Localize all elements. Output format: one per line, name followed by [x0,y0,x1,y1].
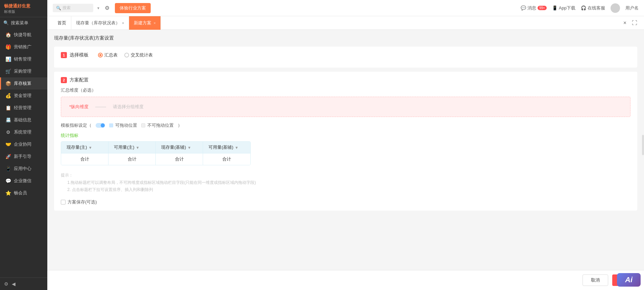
gear-icon: ⚙ [5,129,11,135]
stats-label: 统计指标 [61,132,630,139]
step1-card: 1 选择模板 汇总表 交叉统计表 [54,47,637,68]
topbar: 🔍 搜索 ▾ ⚙ 体验行业方案 💬 消息 99+ 📱 App下载 🎧 在线客服 [47,0,644,16]
sidebar-item-label: 应用中心 [14,166,31,172]
col-available-main[interactable]: 可用量(主) ▾ [108,142,156,153]
col-current-aux[interactable]: 现存量(基辅) ▾ [156,142,203,153]
sidebar-bottom: ⚙ ◀ [0,277,47,290]
box-icon: 📦 [5,80,11,87]
indicator-settings-label: 模板指标设定（ [61,122,92,128]
cart-icon: 🛒 [5,68,11,74]
col-available-aux[interactable]: 可用量(基辅) ▾ [203,142,250,153]
sidebar-item-sales[interactable]: 📊 销售管理 [0,53,47,65]
sidebar-item-system[interactable]: ⚙ 系统管理 [0,126,47,138]
tip-item-1: 1.拖动标题栏可以调整布局，不可跨维度或指标区域拖动栏目字段(只能在同一维度或指… [61,179,630,187]
col-available-main-dropdown-icon[interactable]: ▾ [137,145,139,150]
sidebar-item-label: 新手引导 [14,153,31,160]
sidebar-item-label: 采购管理 [14,68,31,74]
clipboard-icon: 📋 [5,105,11,111]
sidebar-item-quick-nav[interactable]: 🏠 快捷导航 [0,29,47,41]
save-label: 方案保存(可选) [68,199,97,205]
col-available-aux-dropdown-icon[interactable]: ▾ [236,145,238,150]
sidebar-search[interactable]: 🔍 搜索菜单 [0,17,47,29]
indicator-toggle[interactable] [96,123,105,128]
tab-new-scheme-label: 新建方案 [134,20,151,26]
sidebar-item-label: 畅会员 [14,190,27,196]
sidebar-item-label: 资金管理 [14,93,31,99]
sidebar-item-new-guide[interactable]: 🚀 新手引导 [0,150,47,163]
sidebar-item-label: 企业协同 [14,141,31,147]
col-current-main[interactable]: 现存量(主) ▾ [61,142,108,153]
step1-title: 选择模板 [70,52,89,58]
message-icon: 💬 [521,5,526,10]
non-draggable-legend-box [141,123,145,127]
avatar[interactable] [611,3,620,13]
stats-table: 现存量(主) ▾ 可用量(主) ▾ 现存量(基辅) ▾ 可用量(基辅) ▾ [61,141,251,165]
tab-maximize-btn[interactable]: ⛶ [630,19,639,27]
draggable-legend-box [109,123,113,127]
dimension-pink-area: *纵向维度 —— 请选择分组维度 [61,97,630,117]
sidebar-item-basic-info[interactable]: 📇 基础信息 [0,114,47,126]
download-icon: 📱 [552,5,558,10]
sidebar-item-purchase[interactable]: 🛒 采购管理 [0,65,47,77]
indicator-toggle-thumb [101,123,105,127]
sidebar-item-enterprise[interactable]: 🤝 企业协同 [0,138,47,150]
save-checkbox[interactable] [61,200,66,204]
cancel-button[interactable]: 取消 [583,274,608,286]
online-service-label: 在线客服 [588,5,605,11]
sidebar-item-marketing[interactable]: 🎁 营销推广 [0,41,47,53]
app-download-label: App下载 [559,5,575,11]
step2-card: 2 方案配置 汇总维度（必选） *纵向维度 —— 请选择分组维度 模板指标设定（ [54,72,637,211]
sidebar-item-finance[interactable]: 💰 资金管理 [0,90,47,102]
sidebar-item-operation[interactable]: 📋 经营管理 [0,102,47,114]
ai-badge[interactable]: Ai [617,273,641,287]
tab-new-scheme-close-icon[interactable]: × [153,21,155,25]
col-current-main-dropdown-icon[interactable]: ▾ [89,145,92,150]
search-icon: 🔍 [3,20,9,25]
sidebar-item-app-center[interactable]: 📱 应用中心 [0,163,47,175]
template-radio-group: 汇总表 交叉统计表 [98,52,153,58]
tab-new-scheme[interactable]: 新建方案 × [129,16,160,30]
online-service-btn[interactable]: 🎧 在线客服 [581,5,605,11]
tab-home[interactable]: 首页 [53,16,71,30]
gift-icon: 🎁 [5,44,11,50]
chart-icon: 📊 [5,56,11,62]
card-icon: 📇 [5,117,11,123]
sidebar-item-wechat[interactable]: 💬 企业微信 [0,175,47,187]
indicator-settings: 模板指标设定（ 可拖动位置 不可拖动位置 ） [61,122,630,128]
step2-number: 2 [61,77,67,83]
sidebar-item-inventory[interactable]: 📦 库存核算 [0,77,47,90]
tab-restore-btn[interactable]: × [622,19,628,27]
page-title: 现存量(库存状况表)方案设置 [54,35,637,41]
col-available-main-label: 可用量(主) [114,144,134,150]
topbar-search-icon: 🔍 [56,6,61,10]
collapse-sidebar-icon[interactable]: ◀ [12,281,16,287]
rocket-icon: 🚀 [5,153,11,160]
tab-inventory-close-icon[interactable]: × [122,21,124,25]
app-download-btn[interactable]: 📱 App下载 [552,5,575,11]
sidebar-item-label: 销售管理 [14,56,31,62]
indicator-settings-suffix: ） [178,122,182,128]
tips-title: 提示： [61,172,630,179]
industry-btn[interactable]: 体验行业方案 [115,3,151,13]
topbar-dropdown-icon[interactable]: ▾ [97,6,99,10]
step1-header: 1 选择模板 汇总表 交叉统计表 [61,52,630,58]
radio-cross-circle [124,53,129,57]
sidebar-item-label: 快捷导航 [14,32,31,38]
indicator-nondraggable-legend: 不可拖动位置 [141,122,174,128]
indicator-draggable-legend: 可拖动位置 [109,122,137,128]
settings-icon[interactable]: ⚙ [4,281,8,287]
sidebar-item-vip[interactable]: ⭐ 畅会员 [0,187,47,199]
radio-summary[interactable]: 汇总表 [98,52,118,58]
radio-cross[interactable]: 交叉统计表 [124,52,153,58]
sidebar-item-label: 系统管理 [14,129,31,135]
sidebar: 畅捷通好生意 标准版 🔍 搜索菜单 🏠 快捷导航 🎁 营销推广 📊 销售管理 🛒… [0,0,47,290]
message-btn[interactable]: 💬 消息 99+ [521,5,547,11]
handshake-icon: 🤝 [5,141,11,147]
tab-inventory-status[interactable]: 现存量（库存状况表） × [71,16,129,30]
topbar-search[interactable]: 🔍 搜索 [53,4,93,12]
stats-table-header: 现存量(主) ▾ 可用量(主) ▾ 现存量(基辅) ▾ 可用量(基辅) ▾ [61,142,250,153]
mobile-icon: 📱 [5,166,11,172]
col-current-aux-dropdown-icon[interactable]: ▾ [188,145,191,150]
topbar-gear-button[interactable]: ⚙ [103,3,111,13]
dimension-placeholder[interactable]: 请选择分组维度 [113,104,144,110]
